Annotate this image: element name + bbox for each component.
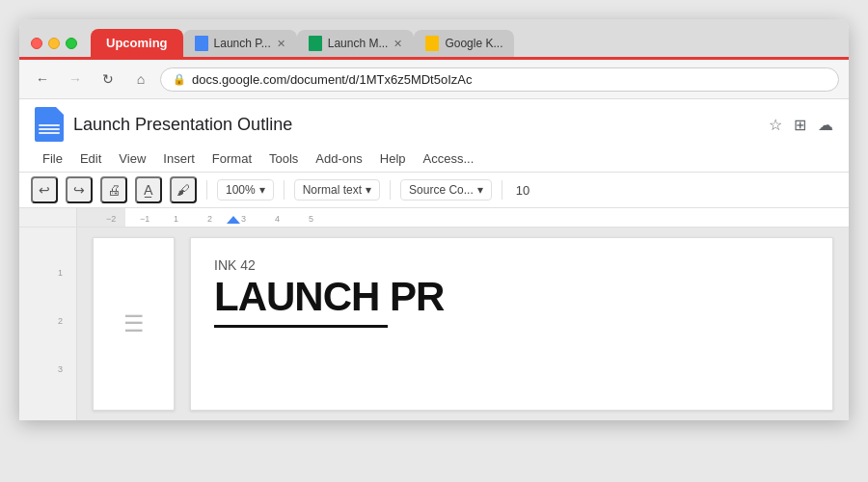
doc-title-row: Launch Presentation Outline ☆ ⊞ ☁ — [35, 107, 833, 142]
close-button[interactable] — [31, 38, 42, 49]
title-bar: Upcoming Launch P... ✕ Launch M... ✕ Goo… — [19, 19, 849, 57]
toolbar-divider-2 — [284, 180, 285, 200]
refresh-button[interactable]: ↻ — [95, 66, 122, 93]
font-size-value: 10 — [512, 183, 533, 198]
cloud-icon[interactable]: ☁ — [818, 116, 833, 134]
vertical-ruler-ticks: 1 2 3 — [19, 228, 72, 420]
zoom-dropdown[interactable]: 100% ▾ — [217, 179, 274, 201]
maximize-button[interactable] — [66, 38, 77, 49]
page-content[interactable]: INK 42 LAUNCH PR — [190, 237, 833, 411]
doc-main-title: LAUNCH PR — [214, 277, 809, 317]
print-button[interactable]: 🖨 — [100, 176, 127, 203]
vertical-ruler: 1 2 3 — [19, 228, 77, 420]
docs-icon — [195, 36, 208, 51]
font-dropdown[interactable]: Source Co... ▾ — [400, 179, 492, 201]
minimize-button[interactable] — [48, 38, 60, 49]
url-text: docs.google.com/document/d/1MTx6z5MDt5oI… — [192, 72, 827, 87]
doc-actions: ☆ ⊞ ☁ — [769, 116, 833, 134]
lock-icon: 🔒 — [173, 73, 186, 86]
ruler-ticks: −2 −1 1 2 3 4 5 — [77, 208, 849, 227]
google-docs-icon — [35, 107, 64, 142]
doc-subtitle: INK 42 — [214, 257, 809, 273]
tab-label-launch-p: Launch P... — [214, 37, 271, 50]
folder-icon[interactable]: ⊞ — [794, 116, 806, 134]
toolbar: ↩ ↪ 🖨 A̲ 🖌 100% ▾ Normal text ▾ Source C… — [19, 173, 849, 208]
tab-strip: Upcoming Launch P... ✕ Launch M... ✕ Goo… — [91, 29, 837, 57]
tab-close-launch-m[interactable]: ✕ — [393, 39, 402, 49]
forward-button[interactable]: → — [62, 66, 89, 93]
svg-text:3: 3 — [241, 214, 246, 224]
ruler-sidebar — [19, 208, 77, 227]
paint-format-button[interactable]: 🖌 — [170, 176, 197, 203]
page-thumbnail: ☰ — [93, 237, 175, 411]
keep-icon — [425, 36, 439, 51]
menu-bar: File Edit View Insert Format Tools Add-o… — [35, 146, 833, 172]
svg-text:2: 2 — [58, 316, 63, 326]
menu-file[interactable]: File — [35, 147, 70, 170]
traffic-lights — [31, 38, 77, 49]
font-value: Source Co... — [409, 183, 474, 197]
svg-text:−1: −1 — [140, 214, 149, 224]
toolbar-divider-4 — [502, 180, 502, 200]
menu-access[interactable]: Access... — [416, 147, 482, 170]
upcoming-tab-label: Upcoming — [106, 36, 168, 50]
zoom-value: 100% — [226, 183, 256, 197]
address-bar[interactable]: 🔒 docs.google.com/document/d/1MTx6z5MDt5… — [160, 67, 839, 92]
ruler: −2 −1 1 2 3 4 5 — [19, 208, 849, 228]
tab-label-google-k: Google K... — [445, 37, 502, 50]
toolbar-divider-1 — [206, 180, 207, 200]
menu-format[interactable]: Format — [204, 147, 259, 170]
redo-button[interactable]: ↪ — [66, 176, 93, 203]
menu-insert[interactable]: Insert — [155, 147, 203, 170]
tab-upcoming[interactable]: Upcoming — [91, 29, 183, 57]
page-thumbnail-icon: ☰ — [123, 310, 145, 337]
toolbar-divider-3 — [390, 180, 391, 200]
tab-google-keep[interactable]: Google K... — [414, 30, 514, 57]
sheets-icon — [309, 36, 322, 51]
style-chevron: ▾ — [366, 183, 371, 197]
svg-text:3: 3 — [58, 364, 63, 374]
home-button[interactable]: ⌂ — [127, 66, 154, 93]
font-chevron: ▾ — [477, 183, 483, 197]
doc-underline — [214, 325, 388, 328]
tab-label-launch-m: Launch M... — [328, 37, 389, 50]
menu-help[interactable]: Help — [372, 147, 414, 170]
tab-close-launch-p[interactable]: ✕ — [277, 39, 285, 49]
undo-button[interactable]: ↩ — [31, 176, 58, 203]
svg-text:−2: −2 — [106, 214, 116, 224]
tab-launch-presentation[interactable]: Launch P... ✕ — [183, 30, 297, 57]
menu-tools[interactable]: Tools — [261, 147, 306, 170]
star-icon[interactable]: ☆ — [769, 116, 782, 134]
menu-edit[interactable]: Edit — [72, 147, 109, 170]
svg-text:1: 1 — [58, 268, 63, 278]
svg-text:1: 1 — [174, 214, 178, 224]
doc-title: Launch Presentation Outline — [73, 115, 759, 135]
doc-area: 1 2 3 ☰ INK 42 LAUNCH PR — [19, 228, 849, 420]
zoom-chevron: ▾ — [259, 183, 265, 197]
doc-content: ☰ INK 42 LAUNCH PR — [77, 228, 849, 420]
nav-bar: ← → ↻ ⌂ 🔒 docs.google.com/document/d/1MT… — [19, 60, 849, 99]
menu-addons[interactable]: Add-ons — [308, 147, 369, 170]
menu-view[interactable]: View — [111, 147, 153, 170]
svg-text:2: 2 — [207, 214, 212, 224]
browser-window: Upcoming Launch P... ✕ Launch M... ✕ Goo… — [19, 19, 849, 420]
tab-stop-marker — [227, 216, 240, 224]
svg-text:5: 5 — [309, 214, 313, 224]
style-dropdown[interactable]: Normal text ▾ — [294, 179, 380, 201]
spell-check-button[interactable]: A̲ — [135, 176, 162, 203]
ruler-content: −2 −1 1 2 3 4 5 — [77, 208, 849, 227]
svg-text:4: 4 — [275, 214, 280, 224]
style-value: Normal text — [303, 183, 362, 197]
app-header: Launch Presentation Outline ☆ ⊞ ☁ File E… — [19, 99, 849, 173]
back-button[interactable]: ← — [29, 66, 56, 93]
tab-launch-meetup[interactable]: Launch M... ✕ — [297, 30, 415, 57]
